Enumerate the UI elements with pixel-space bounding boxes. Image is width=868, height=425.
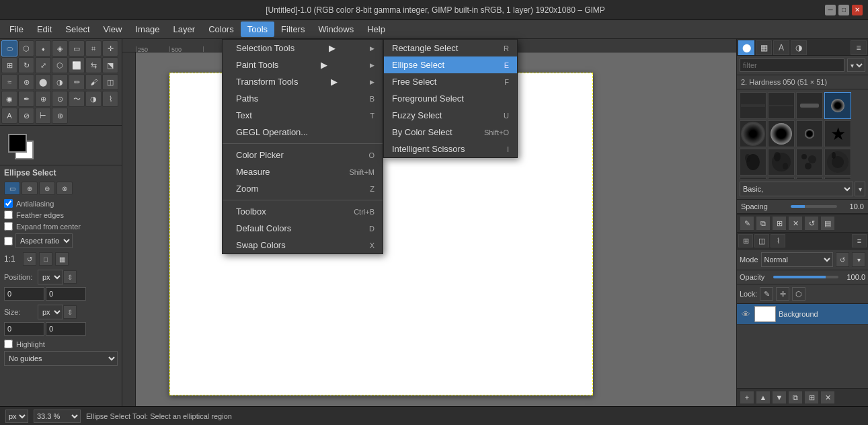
brush-delete-btn[interactable]: ✕ — [788, 216, 803, 231]
tool-perspective[interactable]: ⬜ — [69, 57, 85, 73]
tool-zoom[interactable]: ⊕ — [52, 108, 68, 124]
submenu-ellipse-select[interactable]: Ellipse Select E — [384, 56, 517, 73]
tool-text[interactable]: A — [1, 108, 17, 124]
tool-transform[interactable]: ↻ — [18, 57, 34, 73]
layer-duplicate-btn[interactable]: ⧉ — [788, 391, 803, 404]
tool-handle[interactable]: ⊛ — [18, 74, 34, 90]
submenu-rect-select[interactable]: Rectangle Select R — [384, 40, 517, 56]
tool-crop[interactable]: ⌗ — [85, 40, 102, 56]
unit-select[interactable]: px — [5, 410, 28, 423]
tool-scale[interactable]: ⤢ — [35, 57, 51, 73]
size-unit[interactable]: px — [38, 305, 63, 319]
tool-flip[interactable]: ⇆ — [85, 57, 102, 73]
brush-swatch[interactable] — [796, 120, 823, 147]
brush-swatch[interactable] — [824, 149, 851, 176]
submenu-by-color[interactable]: By Color Select Shift+O — [384, 124, 517, 141]
tool-airbrush[interactable]: ◉ — [1, 91, 17, 107]
tool-gradient[interactable]: ◑ — [52, 74, 68, 90]
close-button[interactable]: ✕ — [852, 5, 863, 15]
expand-checkbox[interactable] — [4, 222, 13, 231]
menu-colors[interactable]: Colors — [202, 22, 241, 37]
menu-paint-tools[interactable]: Paint Tools ▶ — [223, 56, 383, 73]
layer-mode-select[interactable]: Normal — [761, 252, 833, 267]
mode-subtract[interactable]: ⊖ — [39, 182, 55, 195]
tool-align[interactable]: ⊞ — [1, 57, 17, 73]
antialiasing-checkbox[interactable] — [4, 199, 13, 208]
layer-mode-dropdown[interactable]: ▾ — [852, 252, 865, 267]
brush-swatch[interactable] — [740, 92, 766, 119]
filter-dropdown[interactable]: ▾ — [847, 59, 865, 72]
menu-zoom[interactable]: Zoom Z — [223, 180, 383, 197]
layer-lower-btn[interactable]: ▼ — [772, 391, 787, 404]
menu-help[interactable]: Help — [360, 22, 392, 37]
brush-open-btn[interactable]: ▤ — [820, 216, 835, 231]
tool-ellipse-select[interactable]: ⬭ — [1, 40, 17, 56]
menu-paths[interactable]: Paths B — [223, 90, 383, 107]
size-y[interactable] — [46, 322, 86, 336]
menu-image[interactable]: Image — [128, 22, 166, 37]
mode-intersect[interactable]: ⊗ — [56, 182, 73, 195]
highlight-checkbox[interactable] — [4, 340, 13, 348]
layer-visibility-icon[interactable]: 👁 — [740, 308, 752, 320]
tool-eraser[interactable]: ◫ — [102, 74, 118, 90]
layer-row-background[interactable]: 👁 Background — [737, 304, 868, 325]
menu-swap-colors[interactable]: Swap Colors X — [223, 237, 383, 254]
brush-swatch[interactable] — [796, 92, 823, 119]
layer-new-btn[interactable]: + — [740, 391, 754, 404]
menu-tools[interactable]: Tools — [241, 22, 274, 37]
menu-windows[interactable]: Windows — [311, 22, 360, 37]
minimize-button[interactable]: ─ — [825, 5, 836, 15]
brush-refresh-btn[interactable]: ↺ — [804, 216, 819, 231]
layers-tab[interactable]: ⊞ — [738, 234, 753, 247]
spacing-slider[interactable] — [791, 205, 838, 208]
brush-swatch[interactable]: ★ — [824, 120, 851, 147]
menu-edit[interactable]: Edit — [30, 22, 58, 37]
brush-swatch-active[interactable] — [824, 92, 851, 119]
tool-free-select[interactable]: ⬡ — [18, 40, 34, 56]
menu-gegl[interactable]: GEGL Operation... — [223, 124, 383, 141]
tool-fuzzy-select[interactable]: ⬧ — [35, 40, 51, 56]
tool-colorpicker[interactable]: ⊘ — [18, 108, 34, 124]
feather-checkbox[interactable] — [4, 210, 13, 219]
ratio-open[interactable]: ▦ — [55, 252, 69, 266]
menu-file[interactable]: File — [3, 22, 30, 37]
submenu-scissors[interactable]: Intelligent Scissors I — [384, 141, 517, 157]
guides-select[interactable]: No guides — [4, 351, 118, 366]
gradients-tab-icon[interactable]: ◑ — [791, 40, 807, 55]
brush-swatch[interactable] — [768, 149, 795, 176]
brush-swatch[interactable] — [740, 120, 766, 147]
ratio-save[interactable]: □ — [39, 252, 52, 266]
preset-select[interactable]: Basic, — [740, 182, 853, 196]
brush-swatch[interactable] — [768, 92, 795, 119]
menu-select[interactable]: Select — [58, 22, 96, 37]
tool-move[interactable]: ✛ — [102, 40, 118, 56]
channels-tab[interactable]: ◫ — [754, 234, 769, 247]
layer-panel-menu[interactable]: ≡ — [852, 234, 867, 247]
position-x[interactable] — [4, 287, 44, 301]
brush-swatch[interactable] — [796, 149, 823, 176]
layer-delete-btn[interactable]: ✕ — [820, 391, 835, 404]
tool-rect-select[interactable]: ▭ — [69, 40, 85, 56]
tool-ink[interactable]: ✒ — [18, 91, 34, 107]
paths-tab[interactable]: ⌇ — [771, 234, 785, 247]
menu-default-colors[interactable]: Default Colors D — [223, 220, 383, 237]
tool-dodge[interactable]: ◑ — [85, 91, 102, 107]
tool-bucket[interactable]: ⬤ — [35, 74, 51, 90]
position-y[interactable] — [46, 287, 86, 301]
menu-selection-tools[interactable]: Selection Tools ▶ — [223, 40, 383, 56]
submenu-free-select[interactable]: Free Select F — [384, 73, 517, 90]
filter-input[interactable] — [740, 59, 844, 72]
foreground-color[interactable] — [8, 134, 27, 153]
brush-edit-btn[interactable]: ✎ — [740, 216, 754, 231]
menu-transform-tools[interactable]: Transform Tools ▶ — [223, 73, 383, 90]
menu-color-picker[interactable]: Color Picker O — [223, 147, 383, 163]
submenu-fg-select[interactable]: Foreground Select — [384, 90, 517, 107]
layer-raise-btn[interactable]: ▲ — [756, 391, 771, 404]
fixed-checkbox[interactable] — [4, 237, 13, 245]
tool-warp[interactable]: ≈ — [1, 74, 17, 90]
tool-heal[interactable]: ⊕ — [35, 91, 51, 107]
right-panel-menu[interactable]: ≡ — [851, 40, 867, 55]
patterns-tab-icon[interactable]: ▦ — [756, 40, 772, 55]
tool-smudge[interactable]: 〜 — [69, 91, 85, 107]
menu-text[interactable]: Text T — [223, 107, 383, 124]
